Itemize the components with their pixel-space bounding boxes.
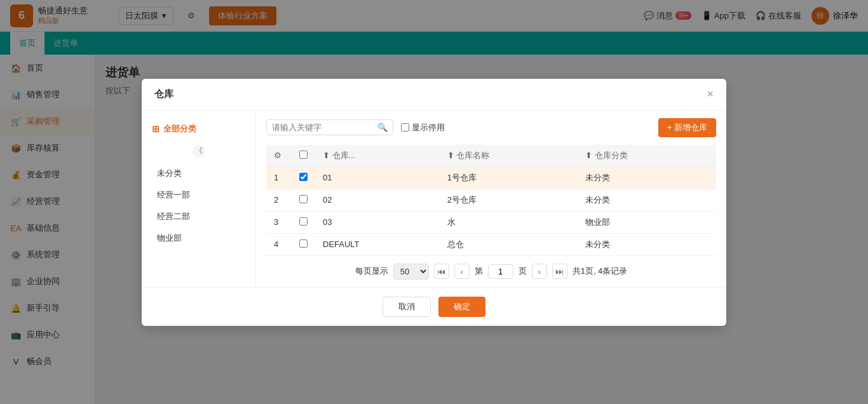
first-page-button[interactable]: ⏮: [434, 264, 449, 279]
category-item-unclassified[interactable]: 未分类: [142, 163, 255, 184]
row-code: 02: [315, 189, 440, 211]
row-category: 物业部: [578, 211, 716, 233]
page-label: 第: [475, 266, 483, 277]
table-row[interactable]: 2 02 2号仓库 未分类: [266, 189, 716, 211]
row-name: 2号仓库: [440, 189, 578, 211]
row-code: 01: [315, 166, 440, 189]
show-disabled-checkbox[interactable]: [401, 123, 409, 131]
row-code: DEFAULT: [315, 233, 440, 255]
table-container: ⚙ ⬆ 仓库... ⬆ 仓库名称 ⬆ 仓库分类: [266, 145, 716, 256]
table-header-row: ⚙ ⬆ 仓库... ⬆ 仓库名称 ⬆ 仓库分类: [266, 145, 716, 167]
row-index: 1: [266, 166, 292, 189]
row-checkbox[interactable]: [292, 211, 315, 233]
modal-footer: 取消 确定: [142, 287, 726, 326]
row-checkbox[interactable]: [292, 233, 315, 255]
collapse-button[interactable]: 《: [193, 145, 205, 158]
table-row[interactable]: 3 03 水 物业部: [266, 211, 716, 233]
row-category: 未分类: [578, 189, 716, 211]
row-name: 水: [440, 211, 578, 233]
category-panel: ⊞ 全部分类 《 未分类 经营一部 经营二部 物业部: [142, 111, 256, 287]
show-disabled-label: 显示停用: [412, 122, 445, 133]
th-category[interactable]: ⬆ 仓库分类: [578, 145, 716, 167]
cancel-button[interactable]: 取消: [383, 297, 431, 317]
add-warehouse-button[interactable]: + 新增仓库: [658, 118, 716, 137]
table-footer: 每页显示 50 20 100 ⏮ ‹ 第 页 › ⏭ 共1页, 4条记录: [266, 256, 716, 279]
row-index: 3: [266, 211, 292, 233]
last-page-button[interactable]: ⏭: [552, 264, 567, 279]
search-icon: 🔍: [377, 123, 388, 132]
prev-page-button[interactable]: ‹: [454, 264, 470, 279]
table-row[interactable]: 1 01 1号仓库 未分类: [266, 166, 716, 189]
confirm-button[interactable]: 确定: [438, 297, 485, 317]
row-index: 2: [266, 189, 292, 211]
page-suffix: 页: [519, 266, 527, 277]
search-input-wrap: 🔍: [266, 119, 393, 135]
warehouse-modal: 仓库 × ⊞ 全部分类 《 未分类 经营一部 经营二部 物业部: [142, 79, 726, 326]
th-code[interactable]: ⬆ 仓库...: [315, 145, 440, 167]
page-number-input[interactable]: [488, 264, 513, 279]
th-settings: ⚙: [266, 145, 292, 167]
row-name: 1号仓库: [440, 166, 578, 189]
th-checkbox: [292, 145, 315, 167]
category-all-label: 全部分类: [163, 123, 196, 135]
modal-header: 仓库 ×: [142, 79, 726, 111]
row-name: 总仓: [440, 233, 578, 255]
category-item-ops1[interactable]: 经营一部: [142, 184, 255, 206]
per-page-select[interactable]: 50 20 100: [393, 264, 429, 279]
category-item-property[interactable]: 物业部: [142, 227, 255, 249]
close-icon[interactable]: ×: [707, 88, 714, 101]
select-all-checkbox[interactable]: [299, 151, 308, 159]
grid-icon: ⊞: [152, 124, 159, 134]
row-code: 03: [315, 211, 440, 233]
row-category: 未分类: [578, 233, 716, 255]
row-index: 4: [266, 233, 292, 255]
show-disabled-checkbox-label[interactable]: 显示停用: [401, 122, 445, 133]
modal-body: ⊞ 全部分类 《 未分类 经营一部 经营二部 物业部 🔍: [142, 111, 726, 287]
table-row[interactable]: 4 DEFAULT 总仓 未分类: [266, 233, 716, 255]
row-checkbox[interactable]: [292, 166, 315, 189]
warehouse-table: ⚙ ⬆ 仓库... ⬆ 仓库名称 ⬆ 仓库分类: [266, 145, 716, 256]
table-toolbar: 🔍 显示停用 + 新增仓库: [266, 118, 716, 137]
row-checkbox[interactable]: [292, 189, 315, 211]
th-name[interactable]: ⬆ 仓库名称: [440, 145, 578, 167]
next-page-button[interactable]: ›: [532, 264, 547, 279]
search-input[interactable]: [272, 123, 374, 132]
per-page-label: 每页显示: [355, 266, 388, 277]
row-category: 未分类: [578, 166, 716, 189]
modal-overlay[interactable]: 仓库 × ⊞ 全部分类 《 未分类 经营一部 经营二部 物业部: [0, 0, 868, 404]
total-records: 共1页, 4条记录: [573, 266, 628, 277]
modal-title: 仓库: [154, 88, 173, 100]
category-header-all[interactable]: ⊞ 全部分类: [142, 118, 255, 140]
table-area: 🔍 显示停用 + 新增仓库 ⚙: [256, 111, 726, 287]
category-item-ops2[interactable]: 经营二部: [142, 206, 255, 227]
